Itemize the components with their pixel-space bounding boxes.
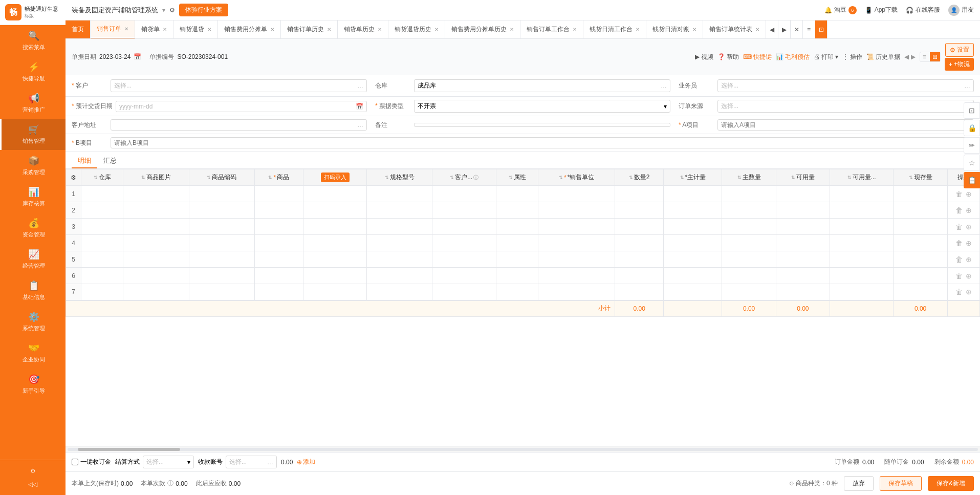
a-project-input[interactable] — [717, 119, 974, 131]
row6-scan[interactable] — [303, 268, 366, 284]
one-click-payment-checkbox[interactable]: 一键收订金 — [72, 458, 111, 466]
list-view-icon[interactable]: ≡ — [920, 52, 929, 61]
row7-warehouse[interactable] — [81, 284, 123, 300]
tab-reconcile[interactable]: 钱货日清对账 ✕ — [646, 20, 703, 39]
row1-current[interactable] — [894, 186, 947, 202]
sidebar-settings-item[interactable]: ⚙ — [0, 464, 66, 478]
row6-attr[interactable] — [496, 268, 538, 284]
profit-action[interactable]: 📊 毛利预估 — [776, 53, 810, 61]
row7-delete-icon[interactable]: 🗑 — [955, 288, 963, 296]
row6-customer-code[interactable] — [432, 268, 496, 284]
horizontal-scrollbar[interactable] — [66, 446, 980, 452]
tab-sales-invoice[interactable]: 销货单 ✕ — [135, 20, 173, 39]
print-action[interactable]: 🖨 打印 ▾ — [814, 53, 838, 61]
row3-customer-code[interactable] — [432, 219, 496, 235]
operate-action[interactable]: ⋮ 操作 — [842, 53, 862, 61]
row3-current[interactable] — [894, 219, 947, 235]
tab-sales-return-close[interactable]: ✕ — [207, 27, 211, 32]
sidebar-item-inventory[interactable]: 📊 库存核算 — [0, 181, 66, 212]
tab-sales-order[interactable]: 销售订单 ✕ — [91, 20, 135, 39]
row1-main-unit[interactable] — [664, 186, 722, 202]
row1-customer-code[interactable] — [432, 186, 496, 202]
notification-item[interactable]: 🔔 淘豆 6 — [824, 6, 857, 14]
row6-unit[interactable] — [538, 268, 615, 284]
row2-copy-icon[interactable]: ⊕ — [966, 206, 972, 214]
row2-current[interactable] — [894, 202, 947, 219]
scroll-thumb[interactable] — [78, 448, 180, 451]
row4-image[interactable] — [123, 235, 189, 251]
row3-unit[interactable] — [538, 219, 615, 235]
row5-delete-icon[interactable]: 🗑 — [955, 255, 963, 264]
tab-prev-arrow[interactable]: ◀ — [766, 20, 778, 39]
sidebar-item-basic-info[interactable]: 📋 基础信息 — [0, 275, 66, 306]
warehouse-select[interactable]: 成品库 … — [414, 79, 670, 92]
row7-available[interactable] — [776, 284, 830, 300]
tab-daily-clear[interactable]: 钱货日清工作台 ✕ — [583, 20, 646, 39]
row4-code[interactable] — [189, 235, 254, 251]
save-draft-btn[interactable]: 保存草稿 — [880, 476, 922, 491]
row5-copy-icon[interactable]: ⊕ — [966, 255, 972, 264]
row7-main-unit[interactable] — [664, 284, 722, 300]
float-item-2[interactable]: 🔒 — [964, 120, 980, 136]
row4-available[interactable] — [776, 235, 830, 251]
tab-sales-order-close[interactable]: ✕ — [124, 26, 128, 32]
row7-scan[interactable] — [303, 284, 366, 300]
row4-unit[interactable] — [538, 235, 615, 251]
sidebar-item-quick-nav[interactable]: ⚡ 快捷导航 — [0, 56, 66, 88]
row4-warehouse[interactable] — [81, 235, 123, 251]
row3-main-qty[interactable] — [722, 219, 776, 235]
row3-delete-icon[interactable]: 🗑 — [955, 223, 963, 231]
row7-current[interactable] — [894, 284, 947, 300]
row4-main-unit[interactable] — [664, 235, 722, 251]
scan-btn[interactable]: 扫码录入 — [321, 173, 350, 182]
row6-goods[interactable] — [254, 268, 303, 284]
tab-sales-order-history-close[interactable]: ✕ — [327, 27, 331, 32]
sidebar-item-sales[interactable]: 🛒 销售管理 — [0, 119, 66, 150]
row6-main-unit[interactable] — [664, 268, 722, 284]
delivery-date-input[interactable]: yyyy-mm-dd 📅 — [116, 101, 367, 112]
sidebar-item-finance[interactable]: 💰 资金管理 — [0, 212, 66, 244]
row2-unit[interactable] — [538, 202, 615, 219]
settings-btn[interactable]: ⚙ 设置 — [945, 43, 974, 57]
row6-main-qty[interactable] — [722, 268, 776, 284]
row3-goods[interactable] — [254, 219, 303, 235]
grid-view-icon[interactable]: ⊞ — [930, 52, 940, 61]
row1-delete-icon[interactable]: 🗑 — [955, 190, 963, 198]
tab-sales-order-history[interactable]: 销售订单历史 ✕ — [281, 20, 338, 39]
staff-select[interactable]: 选择... … — [717, 79, 974, 92]
tab-next-arrow[interactable]: ▶ — [778, 20, 791, 39]
row6-image[interactable] — [123, 268, 189, 284]
add-button[interactable]: ⊕ 添加 — [297, 458, 315, 466]
row5-attr[interactable] — [496, 251, 538, 268]
row3-attr[interactable] — [496, 219, 538, 235]
row1-available2[interactable] — [830, 186, 893, 202]
row5-available[interactable] — [776, 251, 830, 268]
row2-main-qty[interactable] — [722, 202, 776, 219]
row2-available2[interactable] — [830, 202, 893, 219]
prev-record-icon[interactable]: ◀ — [904, 53, 909, 60]
tab-sales-invoice-close[interactable]: ✕ — [163, 27, 167, 32]
customer-addr-input[interactable]: … — [111, 119, 367, 131]
row3-main-unit[interactable] — [664, 219, 722, 235]
row5-main-unit[interactable] — [664, 251, 722, 268]
row6-spec[interactable] — [367, 268, 432, 284]
help-action[interactable]: ❓ 帮助 — [717, 53, 739, 61]
discard-btn[interactable]: 放弃 — [844, 476, 874, 491]
tab-sales-expense-close[interactable]: ✕ — [270, 27, 274, 32]
detail-tab-huizong[interactable]: 汇总 — [97, 154, 123, 168]
row2-image[interactable] — [123, 202, 189, 219]
tab-expense-history-close[interactable]: ✕ — [510, 27, 514, 32]
row1-warehouse[interactable] — [81, 186, 123, 202]
history-action[interactable]: 📜 历史单据 — [866, 53, 900, 61]
row1-image[interactable] — [123, 186, 189, 202]
tab-expense-history[interactable]: 销售费用分摊单历史 ✕ — [445, 20, 520, 39]
sidebar-item-guide[interactable]: 🎯 新手引导 — [0, 369, 66, 400]
row4-delete-icon[interactable]: 🗑 — [955, 239, 963, 247]
row2-scan[interactable] — [303, 202, 366, 219]
tab-statistics[interactable]: 销售订单统计表 ✕ — [703, 20, 766, 39]
row6-code[interactable] — [189, 268, 254, 284]
tab-return-history[interactable]: 销货退货历史 ✕ — [388, 20, 445, 39]
row1-unit[interactable] — [538, 186, 615, 202]
tab-daily-clear-close[interactable]: ✕ — [636, 27, 640, 32]
row4-qty2[interactable] — [615, 235, 664, 251]
